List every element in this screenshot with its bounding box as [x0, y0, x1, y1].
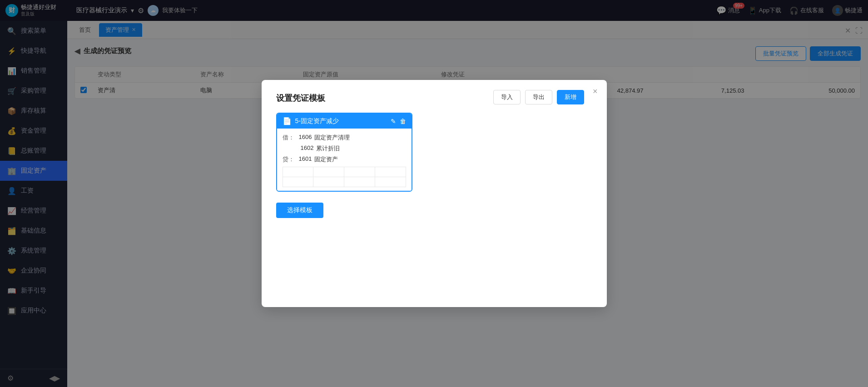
entry-code-1: 1606: [299, 134, 312, 142]
template-edit-icon[interactable]: ✎: [391, 118, 396, 125]
template-entry-1: 借： 1606 固定资产清理: [283, 132, 406, 143]
modal-dialog: 设置凭证模板 × 导入 导出 新增 📄 5-固定资产减少 ✎ 🗑: [262, 80, 607, 307]
add-button[interactable]: 新增: [557, 90, 584, 104]
grid-cell-7: [344, 177, 375, 187]
template-delete-icon[interactable]: 🗑: [400, 118, 406, 125]
select-template-button[interactable]: 选择模板: [276, 203, 323, 218]
template-card: 📄 5-固定资产减少 ✎ 🗑 借： 1606 固定资产清理: [276, 113, 412, 192]
template-entry-2: 1602 累计折旧: [283, 143, 406, 154]
entry-account-3: 固定资产: [314, 155, 338, 164]
entry-account-2: 累计折旧: [316, 144, 340, 153]
entry-account-1: 固定资产清理: [314, 134, 350, 142]
modal-close-button[interactable]: ×: [593, 87, 598, 95]
template-entry-3: 贷： 1601 固定资产: [283, 154, 406, 165]
entry-side-3: 贷：: [283, 155, 296, 164]
template-area: 📄 5-固定资产减少 ✎ 🗑 借： 1606 固定资产清理: [276, 113, 592, 218]
template-card-header: 📄 5-固定资产减少 ✎ 🗑: [277, 114, 412, 129]
grid-cell-8: [375, 177, 406, 187]
grid-cell-1: [283, 167, 313, 177]
grid-cell-3: [344, 167, 375, 177]
entry-side-1: 借：: [283, 134, 296, 142]
entry-code-2: 1602: [301, 144, 314, 153]
entry-code-3: 1601: [299, 155, 312, 164]
template-name: 5-固定资产减少: [295, 117, 339, 125]
template-doc-icon: 📄: [283, 117, 292, 125]
template-card-header-left: 📄 5-固定资产减少: [283, 117, 339, 125]
import-button[interactable]: 导入: [493, 90, 521, 104]
template-grid: [283, 167, 406, 187]
grid-cell-4: [375, 167, 406, 177]
modal-overlay: 设置凭证模板 × 导入 导出 新增 📄 5-固定资产减少 ✎ 🗑: [0, 0, 868, 387]
template-card-body: 借： 1606 固定资产清理 1602 累计折旧 贷： 1601 固定资产: [277, 129, 412, 191]
grid-cell-5: [283, 177, 313, 187]
grid-cell-6: [313, 177, 344, 187]
grid-cell-2: [313, 167, 344, 177]
modal-action-buttons: 导入 导出 新增: [493, 90, 584, 104]
export-button[interactable]: 导出: [525, 90, 552, 104]
template-card-header-icons: ✎ 🗑: [391, 118, 406, 125]
